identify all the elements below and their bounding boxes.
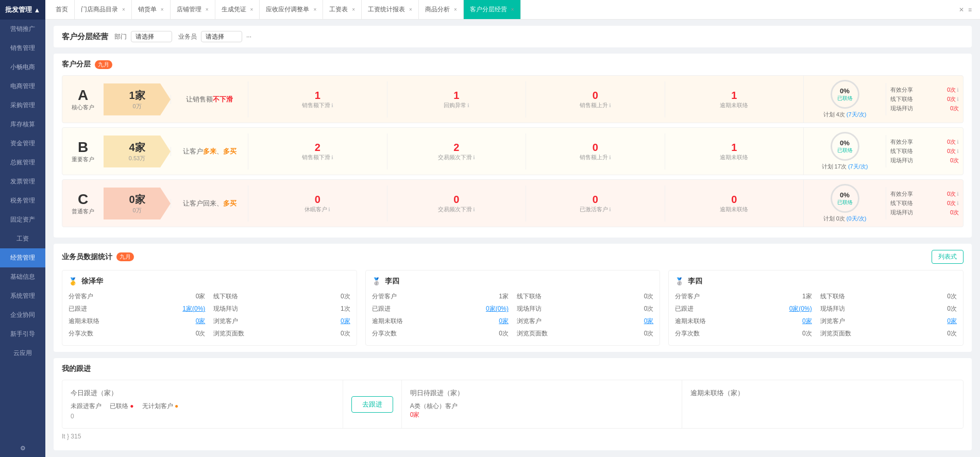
- tab-close-商品分析[interactable]: ×: [454, 7, 457, 12]
- staff-stat-link-1-1[interactable]: 0家(0%): [486, 304, 509, 313]
- staff-stat-val-0-right-3: 0次: [341, 329, 350, 338]
- info-icon[interactable]: ℹ: [957, 87, 959, 93]
- tier-stat-C-0[interactable]: 0休眠客户ℹ: [248, 185, 387, 222]
- info-icon[interactable]: ℹ: [609, 103, 611, 108]
- sidebar-item-库存核算[interactable]: 库存核算: [0, 115, 45, 134]
- tier-stat-B-1[interactable]: 2交易频次下滑ℹ: [387, 133, 527, 170]
- tier-stat-A-3[interactable]: 1逾期未联络: [665, 81, 804, 117]
- side-stat-val: 0次: [950, 157, 959, 164]
- tab-close-工资统计报表[interactable]: ×: [409, 7, 412, 12]
- info-icon[interactable]: ℹ: [331, 103, 333, 108]
- tier-stat-B-0[interactable]: 2销售额下滑ℹ: [248, 133, 387, 170]
- tab-首页[interactable]: 首页: [49, 0, 75, 20]
- contact-freq-link-A[interactable]: (7天/次): [847, 111, 867, 117]
- staff-stat-link-1-2[interactable]: 0家: [499, 317, 509, 326]
- tier-stat-A-1[interactable]: 1回购异常ℹ: [387, 81, 527, 117]
- contact-status-C: 已联络: [837, 199, 853, 206]
- tab-工资表[interactable]: 工资表×: [323, 0, 362, 20]
- stat-label-C-1: 交易频次下滑ℹ: [438, 206, 475, 213]
- tab-工资统计报表[interactable]: 工资统计报表×: [362, 0, 419, 20]
- sidebar-item-经营管理[interactable]: 经营管理: [0, 248, 45, 267]
- info-icon[interactable]: ℹ: [609, 155, 611, 160]
- tier-stat-B-2[interactable]: 0销售额上升ℹ: [526, 133, 665, 170]
- tier-stat-C-3[interactable]: 0逾期未联络: [665, 185, 804, 222]
- info-icon[interactable]: ℹ: [957, 191, 959, 197]
- tab-销货单[interactable]: 销货单×: [132, 0, 171, 20]
- tab-应收应付调整单[interactable]: 应收应付调整单×: [260, 0, 323, 20]
- sidebar-item-固定资产[interactable]: 固定资产: [0, 210, 45, 229]
- sidebar-item-营销推广[interactable]: 营销推广: [0, 20, 45, 39]
- info-icon[interactable]: ℹ: [957, 96, 959, 102]
- sidebar-item-基础信息[interactable]: 基础信息: [0, 267, 45, 286]
- staff-stat-link-0-2[interactable]: 0家: [196, 317, 206, 326]
- tab-店铺管理[interactable]: 店铺管理×: [171, 0, 215, 20]
- staff-stat-link-2-1[interactable]: 0家(0%): [789, 304, 812, 313]
- tab-menu-icon[interactable]: ≡: [968, 6, 972, 13]
- sidebar-item-企业协同[interactable]: 企业协同: [0, 306, 45, 325]
- tab-门店商品目录[interactable]: 门店商品目录×: [75, 0, 132, 20]
- info-icon[interactable]: ℹ: [473, 207, 475, 212]
- tier-count-box-A: 1家0万: [104, 83, 171, 115]
- tier-stat-A-0[interactable]: 1销售额下滑ℹ: [248, 81, 387, 117]
- tab-close-工资表[interactable]: ×: [352, 7, 355, 12]
- staff-stat-link-r-1-2[interactable]: 0家: [644, 317, 654, 326]
- sidebar-item-销售管理[interactable]: 销售管理: [0, 39, 45, 58]
- info-icon[interactable]: ℹ: [467, 103, 469, 108]
- tab-close-客户分层经营[interactable]: ×: [511, 7, 514, 12]
- staff-stat-link-r-2-2[interactable]: 0家: [947, 317, 957, 326]
- info-icon[interactable]: ℹ: [328, 207, 330, 212]
- info-icon[interactable]: ℹ: [473, 155, 475, 160]
- tab-close-all-icon[interactable]: ✕: [959, 6, 964, 13]
- info-icon[interactable]: ℹ: [609, 207, 611, 212]
- tab-商品分析[interactable]: 商品分析×: [419, 0, 464, 20]
- tier-stat-B-3[interactable]: 1逾期未联络: [665, 133, 804, 170]
- sidebar-item-云应用[interactable]: 云应用: [0, 344, 45, 363]
- sidebar-item-税务管理[interactable]: 税务管理: [0, 191, 45, 210]
- staff-stat-link-r-0-2[interactable]: 0家: [341, 317, 350, 326]
- stat-label-C-2: 已激活客户ℹ: [580, 206, 611, 213]
- stat-count-C-3: 0: [731, 194, 737, 206]
- sidebar-item-电商管理[interactable]: 电商管理: [0, 77, 45, 96]
- sidebar-item-工资[interactable]: 工资: [0, 229, 45, 248]
- sidebar-item-总账管理[interactable]: 总账管理: [0, 153, 45, 172]
- info-icon[interactable]: ℹ: [331, 155, 333, 160]
- tier-stat-A-2[interactable]: 0销售额上升ℹ: [526, 81, 665, 117]
- side-stat-val: 0次: [950, 209, 959, 216]
- sidebar-settings[interactable]: ⚙: [0, 439, 45, 457]
- tab-close-应收应付调整单[interactable]: ×: [313, 7, 316, 12]
- sidebar-logo[interactable]: 批发管理 ▲: [0, 0, 45, 20]
- side-stat-C-0: 有效分享0次ℹ: [890, 190, 959, 198]
- sidebar-logo-text: 批发管理: [5, 5, 32, 14]
- contact-status-A: 已联络: [837, 95, 853, 102]
- info-icon[interactable]: ℹ: [957, 148, 959, 154]
- tab-close-销货单[interactable]: ×: [161, 7, 164, 12]
- sidebar-item-发票管理[interactable]: 发票管理: [0, 172, 45, 191]
- contact-freq-link-C[interactable]: (0天/次): [847, 215, 867, 222]
- contact-plan-A: 计划 4次 (7天/次): [823, 111, 867, 119]
- sidebar-collapse-icon[interactable]: ▲: [34, 6, 41, 14]
- tab-close-生成凭证[interactable]: ×: [250, 7, 254, 12]
- sidebar-item-系统管理[interactable]: 系统管理: [0, 286, 45, 306]
- contact-freq-link-B[interactable]: (7天/次): [848, 163, 868, 170]
- sidebar-item-新手引导[interactable]: 新手引导: [0, 325, 45, 344]
- staff-section-header: 业务员数据统计 九月 列表式: [62, 250, 964, 264]
- tab-close-店铺管理[interactable]: ×: [206, 7, 209, 12]
- more-icon[interactable]: ···: [246, 33, 251, 40]
- sidebar-item-采购管理[interactable]: 采购管理: [0, 96, 45, 115]
- list-view-btn[interactable]: 列表式: [932, 250, 964, 264]
- info-icon[interactable]: ℹ: [957, 139, 959, 145]
- sidebar-item-资金管理[interactable]: 资金管理: [0, 134, 45, 153]
- info-icon[interactable]: ℹ: [957, 200, 959, 206]
- sidebar-item-小畅电商[interactable]: 小畅电商: [0, 58, 45, 77]
- go-followup-btn[interactable]: 去跟进: [351, 396, 393, 413]
- staff-right-label-2-3: 浏览页面数: [820, 329, 851, 338]
- tier-stat-C-2[interactable]: 0已激活客户ℹ: [526, 185, 665, 222]
- dept-select[interactable]: 请选择: [131, 31, 172, 42]
- tab-close-门店商品目录[interactable]: ×: [122, 7, 125, 12]
- tab-生成凭证[interactable]: 生成凭证×: [215, 0, 260, 20]
- staff-select[interactable]: 请选择: [201, 31, 242, 42]
- staff-stat-link-0-1[interactable]: 1家(0%): [182, 304, 205, 313]
- tab-客户分层经营[interactable]: 客户分层经营×: [464, 0, 521, 20]
- tier-stat-C-1[interactable]: 0交易频次下滑ℹ: [387, 185, 527, 222]
- staff-stat-link-2-2[interactable]: 0家: [802, 317, 812, 326]
